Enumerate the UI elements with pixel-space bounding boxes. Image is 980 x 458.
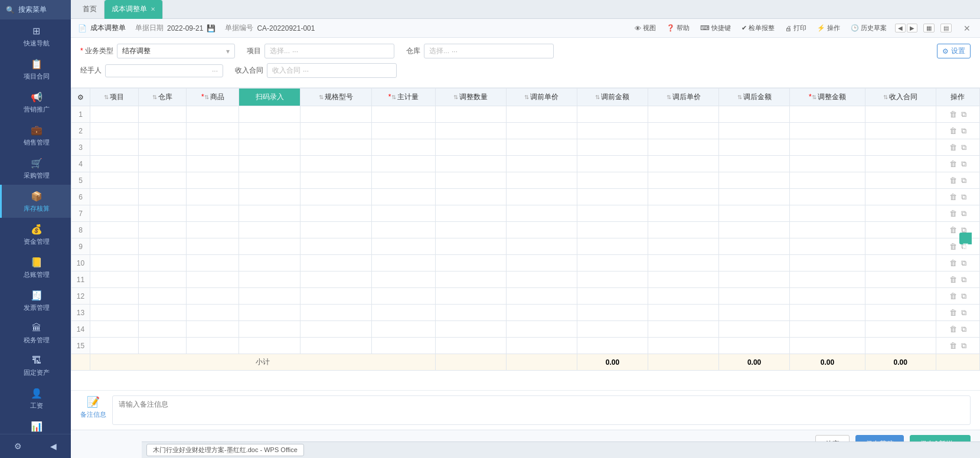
cell-adjust-qty[interactable]: [435, 305, 506, 321]
cell-before-amount[interactable]: [577, 338, 648, 354]
cell-adjust-qty[interactable]: [435, 222, 506, 238]
th-product[interactable]: *⇅商品: [187, 89, 239, 106]
cell-warehouse[interactable]: [138, 271, 187, 288]
copy-icon[interactable]: ⧉: [961, 143, 966, 152]
sidebar-item-payroll[interactable]: 👤工资: [0, 382, 71, 415]
cell-before-price[interactable]: [506, 106, 577, 123]
cell-before-price[interactable]: [506, 288, 577, 305]
cell-after-price[interactable]: [648, 271, 719, 288]
cell-after-amount[interactable]: [719, 106, 790, 123]
th-income-contract[interactable]: ⇅收入合同: [865, 89, 936, 106]
cell-after-amount[interactable]: [719, 238, 790, 255]
cell-before-price[interactable]: [506, 305, 577, 321]
warehouse-select[interactable]: 选择... ···: [424, 44, 554, 58]
sidebar-item-tax[interactable]: 🏛税务管理: [0, 317, 71, 349]
sidebar-item-operations[interactable]: 📊经营管理: [0, 415, 71, 434]
sidebar-item-inventory[interactable]: 📦库存核算: [0, 185, 71, 218]
cell-unit[interactable]: [371, 338, 435, 354]
cell-project[interactable]: [90, 123, 139, 139]
table-wrapper[interactable]: ⚙ ⇅项目 ⇅仓库 *⇅商品 扫码录入 ⇅规格型号 *⇅主计量 ⇅调整数量 ⇅调…: [71, 88, 980, 390]
copy-icon[interactable]: ⧉: [961, 110, 966, 119]
cell-unit[interactable]: [371, 288, 435, 305]
cell-spec[interactable]: [300, 238, 371, 255]
cell-adjust-qty[interactable]: [435, 106, 506, 123]
tab-close-cost-adjust[interactable]: ✕: [151, 6, 155, 12]
layout-list[interactable]: ▤: [940, 24, 952, 32]
cell-spec[interactable]: [300, 189, 371, 205]
cell-income-contract[interactable]: [865, 106, 936, 123]
warehouse-dots[interactable]: ···: [452, 47, 458, 55]
cell-after-amount[interactable]: [719, 305, 790, 321]
cell-before-amount[interactable]: [577, 321, 648, 338]
nav-prev[interactable]: ◀: [895, 24, 906, 32]
cell-spec[interactable]: [300, 321, 371, 338]
delete-icon[interactable]: 🗑: [949, 225, 957, 234]
cell-spec[interactable]: [300, 123, 371, 139]
cell-after-price[interactable]: [648, 222, 719, 238]
cell-warehouse[interactable]: [138, 205, 187, 222]
project-select[interactable]: 选择... ···: [264, 44, 394, 58]
cell-after-price[interactable]: [648, 288, 719, 305]
cell-product[interactable]: [187, 189, 239, 205]
cell-unit[interactable]: [371, 255, 435, 271]
delete-icon[interactable]: 🗑: [949, 242, 957, 251]
th-after-amount[interactable]: ⇅调后金额: [719, 89, 790, 106]
copy-icon[interactable]: ⧉: [961, 192, 966, 201]
taskbar-item[interactable]: 木门行业好业财处理方案-墨红红.doc - WPS Office: [146, 444, 304, 456]
cell-after-price[interactable]: [648, 156, 719, 172]
cell-project[interactable]: [90, 189, 139, 205]
cell-project[interactable]: [90, 288, 139, 305]
cell-unit[interactable]: [371, 172, 435, 189]
cell-after-price[interactable]: [648, 338, 719, 354]
cell-before-price[interactable]: [506, 205, 577, 222]
toolbar-shortcut[interactable]: ⌨ 快捷键: [698, 22, 733, 34]
cell-warehouse[interactable]: [138, 338, 187, 354]
cell-before-amount[interactable]: [577, 271, 648, 288]
cell-project[interactable]: [90, 305, 139, 321]
sidebar-item-invoice[interactable]: 🧾发票管理: [0, 284, 71, 317]
cell-after-price[interactable]: [648, 189, 719, 205]
cell-after-amount[interactable]: [719, 338, 790, 354]
cell-project[interactable]: [90, 156, 139, 172]
cell-spec[interactable]: [300, 271, 371, 288]
cell-income-contract[interactable]: [865, 172, 936, 189]
sidebar-item-ledger[interactable]: 📒总账管理: [0, 251, 71, 284]
cell-before-amount[interactable]: [577, 255, 648, 271]
tab-cost-adjust[interactable]: 成本调整单✕: [104, 0, 163, 19]
copy-icon[interactable]: ⧉: [961, 341, 966, 350]
cell-before-amount[interactable]: [577, 305, 648, 321]
cell-project[interactable]: [90, 222, 139, 238]
sidebar-search[interactable]: 🔍 搜索菜单: [0, 0, 71, 19]
copy-icon[interactable]: ⧉: [961, 308, 966, 317]
sidebar-item-sales-mgmt[interactable]: 💼销售管理: [0, 119, 71, 152]
cell-after-amount[interactable]: [719, 189, 790, 205]
cell-before-amount[interactable]: [577, 288, 648, 305]
cell-product[interactable]: [187, 338, 239, 354]
sidebar-item-quick-nav[interactable]: ⊞快速导航: [0, 19, 71, 53]
cell-before-amount[interactable]: [577, 172, 648, 189]
cell-income-contract[interactable]: [865, 255, 936, 271]
cell-warehouse[interactable]: [138, 139, 187, 156]
delete-icon[interactable]: 🗑: [949, 259, 957, 267]
cell-unit[interactable]: [371, 238, 435, 255]
cell-income-contract[interactable]: [865, 205, 936, 222]
th-unit[interactable]: *⇅主计量: [371, 89, 435, 106]
notes-input[interactable]: [112, 395, 971, 425]
cell-warehouse[interactable]: [138, 123, 187, 139]
copy-icon[interactable]: ⧉: [961, 159, 966, 168]
cell-adjust-amount[interactable]: [790, 305, 865, 321]
cell-before-price[interactable]: [506, 321, 577, 338]
copy-icon[interactable]: ⧉: [961, 259, 966, 267]
delete-icon[interactable]: 🗑: [949, 110, 957, 119]
cell-adjust-amount[interactable]: [790, 222, 865, 238]
cell-after-amount[interactable]: [719, 271, 790, 288]
cell-project[interactable]: [90, 106, 139, 123]
cell-adjust-qty[interactable]: [435, 172, 506, 189]
sidebar-item-project-contract[interactable]: 📋项目合同: [0, 53, 71, 86]
biz-type-select[interactable]: 结存调整 ▾: [117, 44, 235, 58]
cell-adjust-qty[interactable]: [435, 139, 506, 156]
cell-spec[interactable]: [300, 222, 371, 238]
cell-product[interactable]: [187, 288, 239, 305]
cell-product[interactable]: [187, 271, 239, 288]
cell-warehouse[interactable]: [138, 189, 187, 205]
